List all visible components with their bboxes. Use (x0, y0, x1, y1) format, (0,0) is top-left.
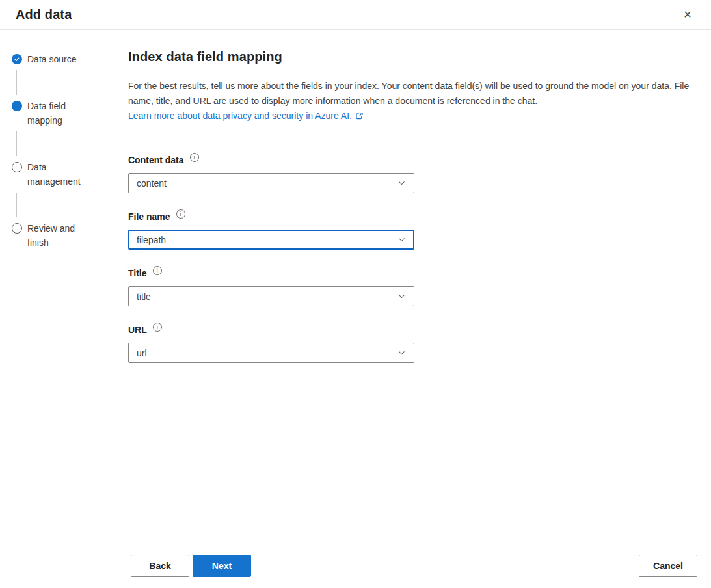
dialog-title: Add data (16, 7, 72, 22)
step-pending-icon (12, 223, 22, 234)
step-label: Data management (27, 160, 94, 189)
content-data-value: content (137, 178, 167, 189)
step-data-management: Data management (12, 160, 114, 217)
info-icon[interactable]: i (190, 153, 199, 162)
step-connector (16, 131, 17, 156)
step-active-icon (12, 101, 22, 111)
page-title: Index data field mapping (128, 49, 697, 64)
dialog-footer: Back Next Cancel (114, 541, 711, 588)
info-icon[interactable]: i (153, 266, 162, 275)
cancel-button[interactable]: Cancel (639, 555, 697, 577)
title-dropdown[interactable]: title (128, 286, 414, 306)
file-name-value: filepath (137, 235, 166, 245)
file-name-label: File name (128, 211, 170, 222)
back-button[interactable]: Back (131, 555, 189, 577)
content-data-dropdown[interactable]: content (128, 173, 414, 193)
step-label: Review and finish (27, 221, 94, 250)
info-icon[interactable]: i (176, 209, 185, 219)
add-data-dialog: Add data ✕ Data source Data field mappin… (0, 0, 711, 588)
info-icon[interactable]: i (153, 323, 162, 332)
step-connector (16, 70, 17, 95)
external-link-icon (355, 112, 364, 120)
content-data-label: Content data (128, 155, 184, 165)
file-name-dropdown[interactable]: filepath (128, 230, 414, 250)
learn-more-link[interactable]: Learn more about data privacy and securi… (128, 109, 364, 124)
title-value: title (137, 291, 151, 302)
dialog-header: Add data ✕ (0, 0, 711, 30)
title-label: Title (128, 268, 147, 278)
step-connector (16, 193, 17, 217)
content-data-field: Content data i content (128, 155, 414, 193)
chevron-down-icon (397, 179, 406, 187)
description-text: For the best results, tell us more about… (128, 79, 697, 109)
step-data-source[interactable]: Data source (12, 52, 114, 95)
step-label: Data source (27, 52, 76, 66)
url-value: url (137, 348, 147, 358)
file-name-field: File name i filepath (128, 211, 414, 250)
url-dropdown[interactable]: url (128, 343, 414, 363)
learn-more-link-text: Learn more about data privacy and securi… (128, 109, 352, 124)
chevron-down-icon (397, 235, 406, 244)
title-field: Title i title (128, 268, 414, 306)
chevron-down-icon (397, 292, 406, 301)
step-data-field-mapping[interactable]: Data field mapping (12, 99, 114, 156)
field-mapping-form: Content data i content File name i (128, 155, 697, 363)
url-field: URL i url (128, 325, 414, 363)
step-pending-icon (12, 162, 22, 172)
step-label: Data field mapping (27, 99, 94, 127)
close-icon: ✕ (683, 10, 691, 20)
step-completed-check-icon (12, 54, 22, 64)
step-review-and-finish: Review and finish (12, 221, 114, 250)
next-button[interactable]: Next (193, 555, 251, 577)
url-label: URL (128, 325, 147, 335)
close-button[interactable]: ✕ (678, 6, 697, 24)
wizard-stepper: Data source Data field mapping Data mana… (0, 30, 114, 588)
chevron-down-icon (397, 349, 406, 357)
